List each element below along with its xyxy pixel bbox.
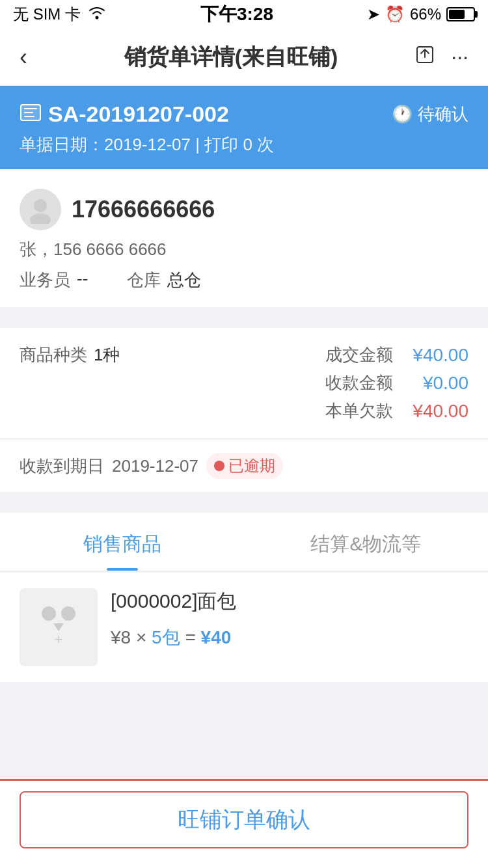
battery-icon: [446, 7, 475, 21]
order-id-text: SA-20191207-002: [48, 102, 229, 127]
overdue-dot-icon: [214, 461, 224, 471]
overdue-label: 已逾期: [228, 455, 275, 476]
salesperson-value: --: [77, 269, 88, 292]
share-button[interactable]: [414, 44, 435, 70]
owl-plus: +: [55, 631, 63, 648]
tab-settlement[interactable]: 结算&物流等: [244, 513, 488, 571]
summary-section: 商品种类 1种 成交金额 ¥40.00 收款金额 ¥0.00 本单欠款 ¥40.…: [0, 328, 488, 438]
collected-row: 收款金额 ¥0.00: [325, 372, 468, 394]
page-title: 销货单详情(来自旺铺): [59, 42, 403, 72]
due-date-label: 收款到期日: [20, 455, 104, 478]
confirm-button-label: 旺铺订单确认: [178, 805, 310, 835]
svg-point-3: [34, 199, 47, 212]
product-types-value: 1种: [94, 344, 120, 366]
divider-2: [0, 492, 488, 502]
battery-label: 66%: [410, 5, 441, 23]
nav-actions: ···: [403, 44, 468, 70]
carrier-label: 无 SIM 卡: [13, 4, 81, 25]
due-date-value: 2019-12-07: [112, 456, 198, 476]
due-date-section: 收款到期日 2019-12-07 已逾期: [0, 439, 488, 492]
deal-amount-row: 成交金额 ¥40.00: [325, 344, 468, 366]
wifi-icon: [87, 5, 107, 23]
order-header-card: SA-20191207-002 🕐 待确认 单据日期：2019-12-07 | …: [0, 86, 488, 169]
owl-left-eye: [42, 606, 56, 621]
warehouse-item: 仓库 总仓: [127, 269, 201, 292]
product-qty: 5包: [152, 627, 180, 647]
owl-right-eye: [61, 606, 75, 621]
clock-icon: 🕐: [392, 104, 413, 124]
product-item: + [0000002]面包 ¥8 × 5包 = ¥40: [20, 588, 468, 666]
tab-settlement-label: 结算&物流等: [310, 533, 421, 554]
nav-bar: ‹ 销货单详情(来自旺铺) ···: [0, 29, 488, 86]
product-types: 商品种类 1种: [20, 344, 120, 366]
confirm-order-button[interactable]: 旺铺订单确认: [20, 791, 468, 848]
overdue-badge: 已逾期: [206, 453, 283, 479]
product-thumbnail: +: [20, 588, 98, 666]
back-button[interactable]: ‹: [20, 44, 59, 71]
product-logo: +: [42, 606, 75, 648]
owl-beak: [53, 623, 64, 631]
warehouse-label: 仓库: [127, 269, 161, 292]
salesperson-label: 业务员: [20, 269, 70, 292]
salesperson-item: 业务员 --: [20, 269, 88, 292]
tab-sales-products[interactable]: 销售商品: [0, 513, 244, 571]
product-list: + [0000002]面包 ¥8 × 5包 = ¥40: [0, 573, 488, 682]
warehouse-value: 总仓: [167, 269, 201, 292]
divider-1: [0, 307, 488, 318]
customer-phone[interactable]: 17666666666: [72, 196, 215, 223]
product-price: ¥8 × 5包 = ¥40: [111, 625, 468, 650]
owed-label: 本单欠款: [325, 400, 393, 422]
collected-label: 收款金额: [325, 372, 393, 394]
tab-sales-products-label: 销售商品: [83, 533, 161, 554]
owed-row: 本单欠款 ¥40.00: [325, 400, 468, 422]
status-text: 待确认: [418, 103, 468, 126]
product-types-label: 商品种类: [20, 344, 87, 366]
deal-amount-value: ¥40.00: [403, 345, 468, 366]
owl-eyes: [42, 606, 75, 621]
owed-value: ¥40.00: [403, 401, 468, 422]
order-status: 🕐 待确认: [392, 103, 468, 126]
location-icon: ➤: [367, 5, 380, 23]
avatar: [20, 189, 61, 230]
status-bar: 无 SIM 卡 下午3:28 ➤ ⏰ 66%: [0, 0, 488, 29]
product-info: [0000002]面包 ¥8 × 5包 = ¥40: [111, 588, 468, 650]
tab-section: 销售商品 结算&物流等: [0, 513, 488, 571]
product-equals: =: [180, 627, 201, 647]
financial-summary: 成交金额 ¥40.00 收款金额 ¥0.00 本单欠款 ¥40.00: [325, 344, 468, 422]
status-right: ➤ ⏰ 66%: [367, 5, 475, 23]
svg-point-0: [96, 16, 99, 20]
order-date: 单据日期：2019-12-07 | 打印 0 次: [20, 133, 468, 156]
customer-meta: 业务员 -- 仓库 总仓: [20, 269, 468, 292]
customer-section: 17666666666 张，156 6666 6666 业务员 -- 仓库 总仓: [0, 170, 488, 307]
order-id: SA-20191207-002: [20, 102, 229, 127]
customer-name: 张，156 6666 6666: [20, 238, 468, 261]
more-button[interactable]: ···: [451, 45, 468, 69]
product-total: ¥40: [201, 627, 232, 647]
deal-amount-label: 成交金额: [325, 344, 393, 366]
bottom-button-area: 旺铺订单确认: [0, 779, 488, 868]
status-left: 无 SIM 卡: [13, 4, 107, 25]
product-name: [0000002]面包: [111, 588, 468, 615]
order-header-top: SA-20191207-002 🕐 待确认: [20, 102, 468, 127]
status-time: 下午3:28: [200, 2, 273, 27]
product-price-text: ¥8 ×: [111, 627, 152, 647]
alarm-icon: ⏰: [385, 5, 405, 23]
svg-point-4: [30, 213, 51, 224]
customer-row: 17666666666: [20, 189, 468, 230]
order-id-icon: [20, 102, 42, 127]
collected-value: ¥0.00: [403, 373, 468, 394]
